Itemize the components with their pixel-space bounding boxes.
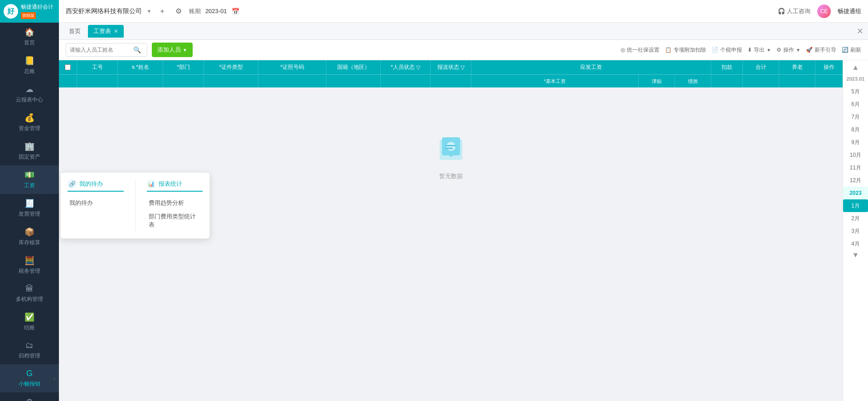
dropdown-item-expense-trend[interactable]: 费用趋势分析 (147, 196, 203, 210)
export-btn[interactable]: ⬇ 导出 ▼ (747, 46, 771, 54)
month-panel-down-btn[interactable]: ▼ (843, 250, 868, 260)
month-item-7[interactable]: 7月 (843, 111, 868, 123)
sidebar-item-checkout[interactable]: ✅ 结账 (0, 308, 59, 336)
select-all-checkbox[interactable] (65, 64, 71, 70)
period-value: 2023-01 (205, 8, 227, 14)
personal-tax-btn[interactable]: 📄 个税申报 (712, 46, 742, 54)
guide-btn[interactable]: 🚀 新手引导 (806, 46, 836, 54)
sort-icon-name: ⇅ (131, 65, 135, 70)
month-item-10[interactable]: 10月 (843, 149, 868, 161)
th-sub-empty-11 (743, 75, 779, 87)
th-region: 国籍（地区） (326, 60, 381, 74)
checkout-icon: ✅ (24, 312, 34, 322)
operations-btn[interactable]: ⚙ 操作 ▼ (776, 46, 800, 54)
tab-salary-table[interactable]: 工资表 ✕ (88, 25, 124, 38)
period-label: 账期 (189, 7, 201, 15)
sidebar-item-basic-settings[interactable]: ⚙ 基础设置 (0, 392, 59, 401)
add-person-btn[interactable]: 添加人员 ▼ (152, 43, 193, 57)
guide-icon2: 🚀 (806, 47, 813, 53)
sidebar-item-invoice[interactable]: 🧾 发票管理 (0, 194, 59, 222)
th-sub-empty-10 (711, 75, 743, 87)
logo-area: 好 畅捷通好会计 旗舰版 (0, 0, 59, 23)
top-header: 西安虾米网络科技有限公司 ▼ + ⚙ 账期 2023-01 📅 🎧 人工咨询 C… (59, 0, 868, 23)
month-item-8[interactable]: 8月 (843, 123, 868, 136)
sidebar-item-fixed-assets[interactable]: 🏢 固定资产 (0, 137, 59, 165)
sidebar-item-fund[interactable]: 💰 资金管理 (0, 108, 59, 137)
add-company-btn[interactable]: + (156, 5, 168, 17)
th-status: *人员状态 ▽ (381, 60, 431, 74)
sidebar-item-tax[interactable]: 🧮 税务管理 (0, 251, 59, 280)
month-item-6[interactable]: 6月 (843, 98, 868, 111)
add-person-label: 添加人员 (157, 46, 181, 54)
sidebar-item-expense[interactable]: G 小畅报销 ‹ (0, 364, 59, 392)
calendar-icon[interactable]: 📅 (232, 8, 239, 15)
tax-icon: 🧮 (24, 256, 34, 266)
archive-icon: 🗂 (25, 341, 34, 350)
close-right-btn[interactable]: ✕ (857, 26, 863, 36)
user-name: 畅捷通组 (838, 7, 861, 15)
refresh-btn[interactable]: 🔄 刷新 (842, 46, 861, 54)
th-total: 合计 (743, 60, 779, 74)
operations-arrow: ▼ (796, 48, 800, 53)
tab-home[interactable]: 首页 (63, 25, 86, 38)
toolbar-actions: ◎ 统一社保设置 📋 专项附加扣除 📄 个税申报 ⬇ 导出 ▼ ⚙ 操作 ▼ (621, 46, 861, 54)
sidebar-label-salary: 工资 (24, 182, 35, 189)
month-item-5[interactable]: 5月 (843, 85, 868, 98)
sidebar-item-archive[interactable]: 🗂 归档管理 (0, 336, 59, 364)
sidebar-label-cloud-report: 云报表中心 (16, 96, 43, 104)
search-input[interactable] (70, 47, 133, 53)
sidebar-item-general-ledger[interactable]: 📒 总账 (0, 51, 59, 80)
table-header: 工号 ⇅*姓名 *部门 *证件类型 *证照号码 国籍（地区） *人员状态 ▽ 报… (59, 60, 843, 87)
sidebar-item-salary[interactable]: 💵 工资 (0, 165, 59, 194)
support-label: 人工咨询 (787, 7, 810, 15)
sidebar-label-general-ledger: 总账 (24, 68, 35, 75)
special-deduction-btn[interactable]: 📋 专项附加扣除 (665, 46, 706, 54)
month-item-9[interactable]: 9月 (843, 136, 868, 149)
personal-tax-icon: 📄 (712, 47, 718, 53)
month-item-1[interactable]: 1月 (843, 199, 868, 212)
th-sub-empty-4 (163, 75, 204, 87)
expense-dropdown: 🔗 我的待办 我的待办 📊 报表统计 费用趋势分析 部门费用类型统计表 (60, 172, 210, 239)
th-cert-no: *证照号码 (258, 60, 326, 74)
sidebar-label-expense: 小畅报销 (19, 380, 40, 388)
month-item-11[interactable]: 11月 (843, 161, 868, 174)
month-item-2[interactable]: 2月 (843, 212, 868, 225)
logo-icon: 好 (4, 4, 18, 19)
sidebar-item-home[interactable]: 🏠 首页 (0, 23, 59, 51)
month-item-header: 2023.01 (843, 72, 868, 85)
filter-icon-status[interactable]: ▽ (416, 64, 420, 71)
export-icon: ⬇ (747, 47, 752, 53)
multi-org-icon: 🏛 (25, 284, 34, 294)
empty-icon (433, 130, 469, 167)
month-panel-up-btn[interactable]: ▲ (843, 63, 868, 72)
svg-rect-3 (446, 145, 456, 146)
sidebar-label-multi-org: 多机构管理 (16, 295, 43, 303)
dropdown-report-title: 📊 报表统计 (147, 179, 203, 192)
month-item-12[interactable]: 12月 (843, 174, 868, 187)
sidebar-item-multi-org[interactable]: 🏛 多机构管理 (0, 280, 59, 308)
salary-icon: 💵 (24, 170, 34, 180)
month-item-3[interactable]: 3月 (843, 225, 868, 237)
avatar-initials: CE (820, 8, 828, 14)
filter-icon-report[interactable]: ▽ (461, 64, 465, 71)
company-dropdown-arrow[interactable]: ▼ (146, 8, 152, 14)
dropdown-item-my-todo[interactable]: 我的待办 (68, 196, 124, 210)
assets-icon: 🏢 (24, 141, 34, 151)
social-security-btn[interactable]: ◎ 统一社保设置 (621, 46, 659, 54)
logo-text-wrap: 畅捷通好会计 旗舰版 (21, 4, 53, 19)
operations-icon: ⚙ (776, 47, 781, 53)
support-btn[interactable]: 🎧 人工咨询 (778, 7, 810, 15)
report-icon: 📊 (147, 179, 156, 188)
special-deduction-icon: 📋 (665, 47, 672, 53)
month-year-2023: 2023 (843, 187, 868, 199)
dropdown-item-dept-expense[interactable]: 部门费用类型统计表 (147, 210, 203, 232)
sidebar-item-cloud-report[interactable]: ☁ 云报表中心 (0, 80, 59, 108)
month-panel: ▲ 2023.01 5月 6月 7月 8月 9月 10月 11月 12月 202… (843, 60, 868, 401)
tab-close-btn[interactable]: ✕ (114, 28, 118, 34)
table-header-row2: *基本工资 津贴 绩效 (59, 75, 843, 87)
month-item-4[interactable]: 4月 (843, 237, 868, 250)
sidebar-item-inventory[interactable]: 📦 库存核算 (0, 222, 59, 251)
dropdown-section: 🔗 我的待办 我的待办 📊 报表统计 费用趋势分析 部门费用类型统计表 (68, 179, 203, 232)
settings-btn[interactable]: ⚙ (173, 5, 184, 17)
th-checkbox[interactable] (59, 60, 77, 74)
